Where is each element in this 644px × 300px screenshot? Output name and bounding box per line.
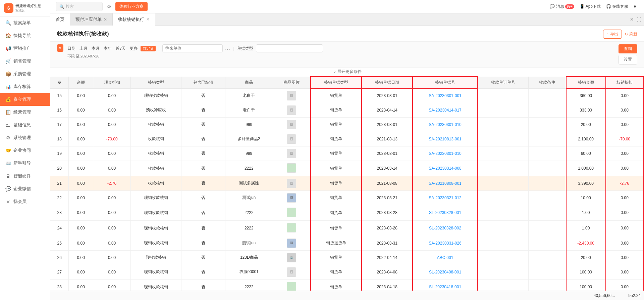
bill-no-link[interactable]: ABC-001 [437, 255, 453, 260]
app-download-link[interactable]: 📱 App下载 [580, 4, 601, 9]
sidebar-item-basic[interactable]: 🗃基础信息 [0, 119, 50, 131]
cell-verify-bill-no[interactable]: SA-20230414-017 [413, 103, 477, 117]
goods-thumbnail [287, 163, 296, 173]
cell-verify-type: 现销收款核销 [130, 236, 181, 250]
sidebar-item-biz[interactable]: 📋经营管理 [0, 106, 50, 119]
refresh-button[interactable]: ↻ 刷新 [625, 30, 637, 39]
goods-thumbnail: 🖼 [287, 134, 296, 144]
sidebar-item-inventory[interactable]: 📊库存核算 [0, 80, 50, 93]
tabbar: 首页预付冲应付单✕收款核销执行✕ ✕ ⛶ [50, 13, 644, 26]
cell-verify-type: 收款核销 [130, 117, 181, 132]
cell-verify-bill-no[interactable]: SL-20230408-001 [413, 265, 477, 279]
date-opt-this-year[interactable]: 本年 [102, 45, 113, 52]
cell-include-settled: 否 [181, 279, 225, 291]
topbar-search-box[interactable]: 🔍 搜索 [56, 2, 103, 11]
sidebar-item-label: 畅会员 [13, 199, 26, 205]
cell-verify-bill-no[interactable]: SA-20230301-010 [413, 146, 477, 161]
cell-verify-bill-no[interactable]: SL-20230328-002 [413, 220, 477, 236]
partner-dots[interactable]: ... [225, 46, 231, 51]
table-row: 15 0.00 0.00 现销收款核销 否 老白干 🖼 销货单 2023-03-… [50, 88, 644, 103]
cell-cash-discount: 0.00 [93, 88, 131, 103]
bill-no-link[interactable]: SA-20230321-012 [429, 196, 461, 200]
sidebar-item-label: 销售管理 [13, 58, 31, 64]
sidebar-item-quick[interactable]: 🏠快捷导航 [0, 29, 50, 42]
export-button[interactable]: ↑ 导出 [603, 30, 622, 39]
cell-verify-bill-no[interactable]: SA-20230301-010 [413, 117, 477, 132]
tab-close-collection[interactable]: ✕ [146, 17, 150, 22]
bill-no-link[interactable]: SA-20230301-001 [429, 93, 461, 98]
cell-verify-discount: 0.00 [606, 205, 644, 220]
bill-no-link[interactable]: SL-20230328-002 [429, 226, 461, 230]
cell-verify-bill-no[interactable]: SA-20230314-008 [413, 161, 477, 176]
cell-receipt-order-no [478, 161, 528, 176]
col-header-settings[interactable]: ⚙ [50, 77, 69, 88]
bill-no-link[interactable]: SA-20210808-001 [429, 181, 461, 186]
date-opt-this-month[interactable]: 本月 [90, 45, 101, 52]
cell-verify-bill-no[interactable]: SA-20230321-012 [413, 190, 477, 205]
cell-verify-discount: 0.00 [606, 117, 644, 132]
tab-home[interactable]: 首页 [50, 13, 70, 26]
goods-thumbnail [287, 223, 296, 232]
cell-verify-bill-no[interactable]: SA-20210813-001 [413, 132, 477, 146]
cell-verify-type: 现销收款核销 [130, 265, 181, 279]
user-label[interactable]: Rit [634, 4, 639, 9]
sidebar-item-purchase[interactable]: 📦采购管理 [0, 68, 50, 80]
query-button[interactable]: 查询 [619, 44, 637, 53]
filter-expand-button[interactable]: » [57, 44, 63, 52]
tab-collection[interactable]: 收款核销执行✕ [113, 13, 155, 26]
cell-verify-bill-no[interactable]: SL-20230418-001 [413, 279, 477, 291]
voucher-type-select[interactable] [256, 44, 323, 52]
cell-cash-discount: 0.00 [93, 279, 131, 291]
bill-no-link[interactable]: SA-20230301-010 [429, 122, 461, 127]
bill-no-link[interactable]: SL-20230328-001 [429, 210, 461, 215]
bill-no-link[interactable]: SL-20230418-001 [429, 285, 461, 289]
sidebar-item-finance[interactable]: 💰资金管理 [0, 93, 50, 106]
cell-receipt-condition [528, 220, 566, 236]
tab-close-prepay[interactable]: ✕ [104, 17, 107, 22]
cell-verify-bill-no[interactable]: SA-20230301-001 [413, 88, 477, 103]
bill-no-link[interactable]: SA-20230331-026 [429, 241, 461, 246]
topbar-right: 💬 消息 99+ 📱 App下载 🎧 在线客服 Rit [550, 4, 639, 9]
cell-verify-bill-no[interactable]: SA-20230331-026 [413, 236, 477, 250]
bill-no-link[interactable]: SA-20230414-017 [429, 108, 461, 113]
bill-no-link[interactable]: SA-20230301-010 [429, 151, 461, 156]
cell-verify-bill-no[interactable]: ABC-001 [413, 250, 477, 265]
sidebar-item-marketing[interactable]: 📢营销推广 [0, 42, 50, 55]
industry-btn[interactable]: 体验行业方案 [115, 2, 148, 11]
expand-more-button[interactable]: ∨ 展开更多条件 [333, 69, 362, 75]
date-opt-more[interactable]: 更多 [128, 45, 139, 52]
sidebar-item-hardware[interactable]: 🖥智能硬件 [0, 170, 50, 182]
bill-no-link[interactable]: SA-20210813-001 [429, 137, 461, 141]
filter-settings-button[interactable]: 设置 [619, 55, 637, 65]
cell-verify-bill-no[interactable]: SL-20230328-001 [413, 205, 477, 220]
sidebar-item-wechat[interactable]: 💬企业微信 [0, 182, 50, 195]
cell-receipt-order-no [478, 250, 528, 265]
guide-icon: 📖 [5, 161, 11, 166]
sidebar-item-guide[interactable]: 📖新手引导 [0, 157, 50, 170]
message-icon-area[interactable]: 💬 消息 99+ [550, 4, 574, 9]
sidebar-item-system[interactable]: ⚙系统管理 [0, 131, 50, 144]
sidebar-item-sales[interactable]: 🛒销售管理 [0, 55, 50, 68]
settings-gear-icon[interactable]: ⚙ [107, 3, 111, 10]
cell-receipt-order-no [478, 176, 528, 190]
bill-no-link[interactable]: SL-20230408-001 [429, 270, 461, 274]
cell-balance: 0.00 [69, 161, 93, 176]
sidebar-item-collab[interactable]: 🤝企业协同 [0, 144, 50, 157]
date-custom-btn[interactable]: 自定义 [141, 46, 156, 51]
tab-prepay[interactable]: 预付冲应付单✕ [70, 13, 113, 26]
date-opt-last-month[interactable]: 上月 [78, 45, 89, 52]
close-window-icon[interactable]: ✕ [630, 17, 634, 22]
sidebar-item-label: 企业微信 [13, 186, 31, 192]
maximize-icon[interactable]: ⛶ [637, 17, 641, 22]
date-opt-7days[interactable]: 近7天 [114, 45, 127, 52]
sidebar-item-search[interactable]: 🔍搜索菜单 [0, 16, 50, 29]
bill-no-link[interactable]: SA-20230314-008 [429, 166, 461, 171]
cell-verify-type: 收款核销 [130, 161, 181, 176]
table-row: 26 0.00 0.00 预收款核销 否 123D商品 🏢 销货单 2022-0… [50, 250, 644, 265]
table-row: 25 0.00 0.00 现销收款核销 否 测试jun 🖼 销货退货单 2023… [50, 236, 644, 250]
sidebar-item-member[interactable]: V畅会员 [0, 195, 50, 208]
cell-verify-amount: 2,100.00 [566, 132, 606, 146]
online-service-link[interactable]: 🎧 在线客服 [606, 4, 628, 9]
cell-verify-bill-no[interactable]: SA-20210808-001 [413, 176, 477, 190]
partner-input[interactable] [162, 44, 223, 52]
